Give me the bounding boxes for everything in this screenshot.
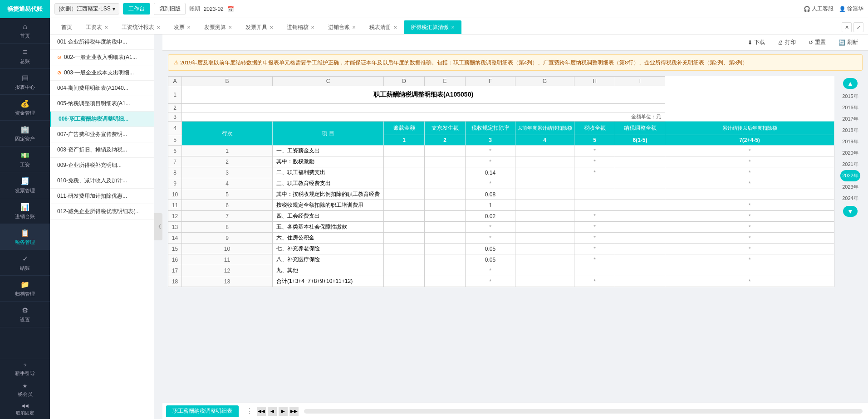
tab-invoice-close[interactable]: ✕ (187, 25, 191, 30)
sidebar-item-reports[interactable]: ▤ 报表中心 (0, 69, 50, 95)
cell-c[interactable] (384, 244, 425, 254)
cell-h[interactable] (615, 265, 665, 276)
year-item[interactable]: 2022年 (840, 170, 860, 181)
cell-g[interactable]: * (574, 211, 615, 222)
cell-d[interactable] (425, 167, 466, 178)
cell-g[interactable]: * (574, 254, 615, 265)
year-item[interactable]: 2024年 (840, 193, 860, 204)
cell-i[interactable]: * (665, 167, 834, 178)
scroll-left-button[interactable]: ◀◀ (257, 407, 266, 416)
cell-i[interactable]: * (665, 233, 834, 244)
cell-d[interactable] (425, 211, 466, 222)
tab-income-tax-close[interactable]: ✕ (451, 25, 455, 30)
cell-d[interactable] (425, 244, 466, 254)
year-up-button[interactable]: ▲ (843, 78, 858, 89)
workbench-button[interactable]: 工作台 (123, 3, 150, 15)
year-item[interactable]: 2017年 (840, 113, 860, 125)
cell-c[interactable] (384, 200, 425, 211)
cell-i[interactable]: * (665, 200, 834, 211)
print-button[interactable]: 🖨 打印 (775, 37, 799, 48)
cell-f[interactable] (515, 189, 574, 200)
cell-e[interactable]: * (466, 276, 515, 287)
cell-e[interactable]: 0.08 (466, 189, 515, 200)
cell-g[interactable]: * (574, 233, 615, 244)
cell-d[interactable] (425, 146, 466, 156)
cell-i[interactable]: * (665, 254, 834, 265)
cell-i[interactable]: * (665, 211, 834, 222)
sidebar-item-assets[interactable]: 🏢 固定资产 (0, 121, 50, 146)
cell-c[interactable] (384, 189, 425, 200)
left-panel-item-005[interactable]: 005-纳税调整项目明细表(A1... (50, 96, 154, 112)
cell-i[interactable]: * (665, 156, 834, 167)
tab-salary-close[interactable]: ✕ (104, 25, 108, 30)
horizontal-scrollbar[interactable] (304, 409, 863, 414)
left-panel-item-008[interactable]: 008-资产折旧、摊销及纳税... (50, 142, 154, 158)
cell-f[interactable] (515, 254, 574, 265)
refresh-button[interactable]: 🔄 刷新 (836, 37, 861, 48)
left-panel-item-001[interactable]: 001-企业所得税年度纳税申... (50, 34, 154, 50)
cell-f[interactable] (515, 178, 574, 189)
cell-c[interactable] (384, 233, 425, 244)
cell-h[interactable] (615, 146, 665, 156)
sheet-options-button[interactable]: ⋮ (246, 407, 253, 415)
left-panel-item-004[interactable]: 004-期间费用明细表(A1040... (50, 81, 154, 96)
cell-e[interactable]: 1 (466, 200, 515, 211)
maximize-button[interactable]: ⤢ (853, 22, 863, 32)
year-item[interactable]: 2023年 (840, 181, 860, 193)
cell-i[interactable]: * (665, 244, 834, 254)
cell-f[interactable] (515, 233, 574, 244)
cell-c[interactable] (384, 254, 425, 265)
cell-h[interactable] (615, 276, 665, 287)
left-panel-item-003[interactable]: ⊘ 003-一般企业成本支出明细... (50, 65, 154, 81)
cell-g[interactable] (574, 200, 615, 211)
tab-income-tax[interactable]: 所得税汇算清缴 ✕ (404, 20, 461, 34)
cell-c[interactable] (384, 276, 425, 287)
cell-g[interactable]: * (574, 244, 615, 254)
cell-e[interactable]: * (466, 233, 515, 244)
cell-h[interactable] (615, 178, 665, 189)
user-avatar[interactable]: 👤 徐淫华 (839, 5, 863, 13)
left-panel-item-011[interactable]: 011-研发费用加计扣除优惠... (50, 189, 154, 204)
scroll-prev-button[interactable]: ◀ (268, 407, 277, 416)
scroll-right-button[interactable]: ▶▶ (289, 407, 299, 416)
cell-d[interactable] (425, 233, 466, 244)
close-all-tabs-button[interactable]: ✕ (842, 22, 852, 32)
sidebar-item-home[interactable]: ⌂ 首页 (0, 18, 50, 44)
customer-service-button[interactable]: 🎧 人工客服 (804, 5, 834, 13)
cell-e[interactable]: * (466, 156, 515, 167)
cell-c[interactable] (384, 222, 425, 233)
cell-h[interactable] (615, 167, 665, 178)
company-selector[interactable]: (勿删）江西赣宝-LSS ▾ (54, 3, 119, 15)
tab-tax-book-close[interactable]: ✕ (393, 25, 397, 30)
sidebar-item-funds[interactable]: 💰 资金管理 (0, 95, 50, 121)
cell-e[interactable]: * (466, 265, 515, 276)
cell-c[interactable] (384, 265, 425, 276)
cell-d[interactable] (425, 222, 466, 233)
cell-e[interactable]: 0.05 (466, 254, 515, 265)
sidebar-item-member[interactable]: ★ 畅会员 (0, 380, 50, 400)
cell-g[interactable]: * (574, 146, 615, 156)
cell-c[interactable] (384, 211, 425, 222)
tab-check[interactable]: 进销稽核 ✕ (280, 20, 321, 34)
cell-f[interactable] (515, 211, 574, 222)
left-panel-item-002[interactable]: ⊘ 002-一般企业收入明细表(A1... (50, 50, 154, 65)
cell-f[interactable] (515, 167, 574, 178)
cell-g[interactable]: * (574, 156, 615, 167)
cell-i[interactable]: * (665, 222, 834, 233)
bottom-sheet-tab[interactable]: 职工薪酬纳税调整明细表 (166, 405, 239, 417)
year-item[interactable]: 2019年 (840, 136, 860, 147)
sidebar-item-guide[interactable]: ? 新手引导 (0, 359, 50, 380)
cell-i[interactable] (665, 265, 834, 276)
sidebar-item-settings[interactable]: ⚙ 设置 (0, 302, 50, 327)
cell-f[interactable] (515, 276, 574, 287)
cell-d[interactable] (425, 265, 466, 276)
cell-c[interactable] (384, 156, 425, 167)
cell-e[interactable]: 0.02 (466, 211, 515, 222)
sheet-container[interactable]: A B C D E F G H I (162, 73, 868, 403)
cell-g[interactable] (574, 189, 615, 200)
cell-f[interactable] (515, 265, 574, 276)
tab-sales-ledger[interactable]: 进销台账 ✕ (321, 20, 363, 34)
year-item[interactable]: 2021年 (840, 159, 860, 170)
sidebar-item-salary[interactable]: 💵 工资 (0, 146, 50, 172)
cell-h[interactable] (615, 244, 665, 254)
